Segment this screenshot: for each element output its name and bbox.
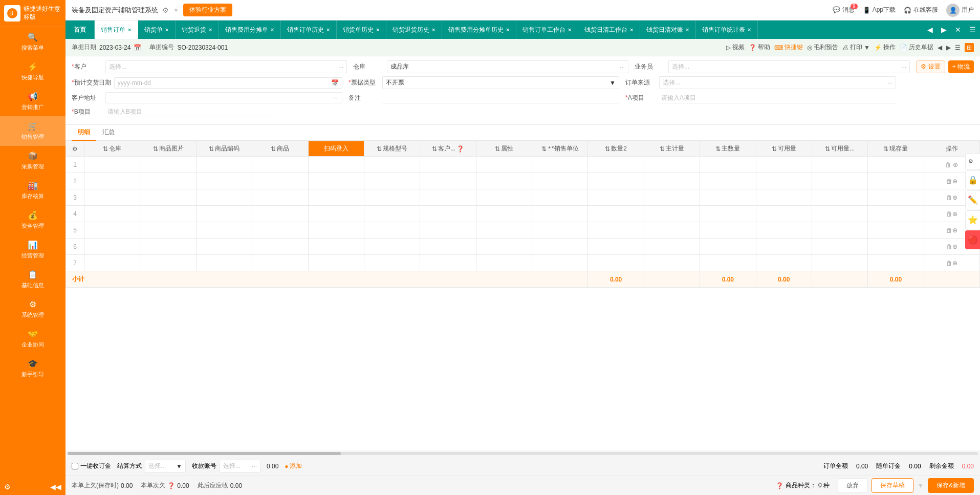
next-bill-icon[interactable]: ▶ [946,44,951,51]
customer-input[interactable]: 选择... ··· [105,60,347,73]
settings-bottom-icon[interactable]: ⚙ [4,483,11,491]
row-current-stock[interactable] [868,157,924,173]
app-download-btn[interactable]: 📱 App下载 [863,6,896,14]
tab-close-icon[interactable]: ✕ [568,27,572,33]
tab-close-icon[interactable]: ✕ [629,27,634,33]
th-customer[interactable]: ⇅ 客户... ❓ [420,141,476,157]
sidebar-item-marketing[interactable]: 📢 营销推广 [0,87,66,116]
sidebar-item-enterprise[interactable]: 🤝 企业协同 [0,324,66,354]
th-sales-unit[interactable]: ⇅ **销售单位 [532,141,588,157]
tab-close-icon[interactable]: ✕ [208,27,212,33]
view-video-btn[interactable]: ▷ 视频 [726,43,745,52]
th-available2[interactable]: ⇅ 可用量... [812,141,867,157]
tab-close-all-icon[interactable]: ✕ [951,26,965,34]
row-delete-icon[interactable]: 🗑 [946,260,952,267]
order-source-ellipsis-icon[interactable]: ··· [887,79,892,87]
th-product-image[interactable]: ⇅ 商品图片 [140,141,196,157]
row-product-code[interactable] [196,157,252,173]
th-main-qty[interactable]: ⇅ 主数量 [700,141,756,157]
row-main-qty[interactable] [700,157,756,173]
print-btn[interactable]: 🖨 打印 ▼ [842,43,870,52]
scroll-thumb[interactable] [68,452,341,455]
row-sales-unit[interactable] [532,157,588,173]
discard-button[interactable]: 放弃 [838,478,867,493]
th-current-stock[interactable]: ⇅ 现存量 [868,141,924,157]
address-ellipsis-icon[interactable]: ··· [334,94,339,101]
tab-close-icon[interactable]: ✕ [326,27,330,33]
a-project-input[interactable] [659,93,896,103]
row-available2[interactable] [812,157,867,173]
th-main-unit[interactable]: ⇅ 主计量 [644,141,700,157]
right-float-edit-btn[interactable]: ✏️ [965,190,980,209]
prev-bill-icon[interactable]: ◀ [938,44,942,51]
settings-btn[interactable]: ⚙ 设置 [916,60,945,73]
collection-account-input[interactable]: 选择... ··· [220,460,260,472]
save-new-button[interactable]: 保存&新增 [928,478,974,493]
right-float-alert-btn[interactable]: 🔴 [965,230,980,249]
tab-invoice-history[interactable]: 销货单历史 ✕ [337,20,386,39]
tab-close-icon[interactable]: ✕ [127,27,132,33]
row-spec[interactable] [364,157,420,173]
tab-expense-history[interactable]: 销售费用分摊单历史 ✕ [442,20,516,39]
sidebar-item-operations[interactable]: 📊 经营管理 [0,235,66,265]
row-delete-icon[interactable]: 🗑 [945,161,951,168]
tab-close-icon[interactable]: ✕ [376,27,380,33]
message-btn[interactable]: 💬 9 消息 [833,6,854,14]
salesperson-ellipsis-icon[interactable]: ··· [901,63,906,71]
b-project-input[interactable] [105,106,276,117]
tab-sales-invoice[interactable]: 销货单 ✕ [138,20,176,39]
customer-address-input[interactable]: ··· [105,92,342,103]
row-scan[interactable] [308,157,364,173]
customer-ellipsis-icon[interactable]: ··· [338,63,343,71]
tab-close-icon[interactable]: ✕ [685,27,689,33]
row-product-image[interactable] [140,157,196,173]
warehouse-ellipsis-icon[interactable]: ··· [620,63,625,71]
row-attribute[interactable] [476,157,532,173]
tab-next-icon[interactable]: ▶ [937,26,951,34]
row-delete-icon[interactable]: 🗑 [946,194,952,201]
tab-close-icon[interactable]: ✕ [270,27,274,33]
th-product[interactable]: ⇅ 商品 [252,141,308,157]
remark-input[interactable] [382,93,619,103]
shortcut-btn[interactable]: ⌨ 快捷键 [774,43,803,52]
salesperson-input[interactable]: 选择... ··· [668,60,910,73]
tab-prev-icon[interactable]: ◀ [923,26,937,34]
row-delete-icon[interactable]: 🗑 [946,210,952,218]
tab-sales-workbench[interactable]: 销售订单工作台 ✕ [516,20,578,39]
online-service-btn[interactable]: 🎧 在线客服 [904,6,938,14]
system-settings-icon[interactable]: ⚙ [162,6,169,14]
user-avatar-btn[interactable]: 👤 用户 [946,4,974,17]
tab-summary[interactable]: 汇总 [96,125,121,141]
sidebar-item-nav[interactable]: ⚡ 快捷导航 [0,57,66,87]
tab-close-icon[interactable]: ✕ [506,27,510,33]
row-main-unit[interactable] [644,157,700,173]
sidebar-item-basic[interactable]: 📋 基础信息 [0,265,66,294]
add-payment-btn[interactable]: ● 添加 [285,462,301,470]
calendar-delivery-icon[interactable]: 📅 [331,79,339,87]
th-qty2[interactable]: ⇅ 数量2 [588,141,644,157]
sidebar-item-inventory[interactable]: 🏭 库存核算 [0,176,66,205]
tab-sales-return[interactable]: 销货退货 ✕ [176,20,219,39]
row-copy-icon[interactable]: ⊕ [952,210,957,218]
row-warehouse[interactable] [84,157,140,173]
row-delete-icon[interactable]: 🗑 [946,178,952,185]
invoice-type-select[interactable]: 不开票 ▼ [382,76,619,89]
add-goods-btn[interactable]: + 物流 [948,60,974,73]
right-float-lock-btn[interactable]: 🔒 [965,170,980,189]
th-product-code[interactable]: ⇅ 商品编码 [196,141,252,157]
th-available[interactable]: ⇅ 可用量 [756,141,812,157]
row-available[interactable] [756,157,812,173]
help-btn[interactable]: ❓ 帮助 [749,43,770,52]
row-copy-icon[interactable]: ⊕ [952,260,957,267]
calendar-icon[interactable]: 📅 [134,44,141,51]
history-bill-btn[interactable]: 📄 历史单据 [900,43,933,52]
row-qty2[interactable] [588,157,644,173]
delivery-date-input[interactable]: yyyy-mm-dd 📅 [114,77,342,89]
sidebar-item-finance[interactable]: 💰 资金管理 [0,205,66,235]
row-copy-icon[interactable]: ⊕ [952,178,957,185]
trial-button[interactable]: 体验行业方案 [183,4,232,16]
right-float-settings-btn[interactable]: ⚙ [965,154,980,169]
row-customer[interactable] [420,157,476,173]
row-copy-icon[interactable]: ⊕ [952,227,957,234]
sidebar-item-search[interactable]: 🔍 搜索菜单 [0,27,66,57]
